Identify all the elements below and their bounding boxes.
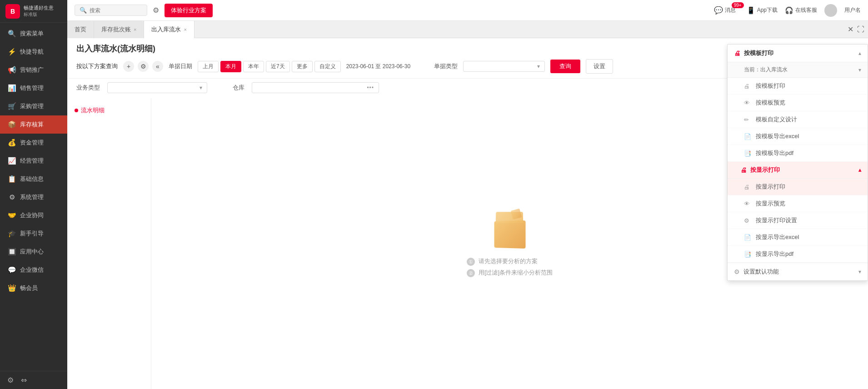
template-print-item[interactable]: 🖨 按模板打印 [728, 78, 868, 95]
tab-close-window-icon[interactable]: ✕ [848, 25, 853, 34]
filter-settings-button[interactable]: ⚙ [138, 61, 149, 72]
message-badge: 99+ [732, 2, 744, 8]
template-export-pdf-item[interactable]: 📑 按模板导出pdf [728, 145, 868, 162]
sidebar-item-finance[interactable]: 💰 资金管理 [0, 134, 67, 152]
customer-service-button[interactable]: 🎧 在线客服 [785, 6, 817, 15]
search-icon: 🔍 [80, 7, 87, 14]
sidebar-item-operations[interactable]: 📈 经营管理 [0, 152, 67, 170]
headset-icon: 🎧 [785, 6, 793, 15]
sidebar-item-system[interactable]: ⚙ 系统管理 [0, 188, 67, 206]
pdf-dp-icon: 📑 [744, 251, 751, 258]
printer-icon: 🖨 [734, 50, 740, 57]
quick-filter-flow-detail[interactable]: 流水明细 [67, 103, 151, 118]
template-custom-label: 模板自定义设计 [756, 115, 797, 124]
settings-button[interactable]: 设置 [586, 59, 613, 74]
sidebar-item-label: 快捷导航 [20, 48, 60, 56]
template-custom-item[interactable]: ✏ 模板自定义设计 [728, 111, 868, 128]
empty-state: ① 请先选择要分析的方案 ② 用[过滤]条件来缩小分析范围 [467, 207, 553, 280]
display-preview-item[interactable]: 👁 按显示预览 [728, 195, 868, 212]
doc-type-select[interactable] [463, 61, 545, 72]
sidebar-item-label: 资金管理 [20, 139, 60, 147]
tab-flow-close[interactable]: × [184, 27, 186, 32]
date-custom-button[interactable]: 自定义 [314, 61, 341, 72]
set-default-function-button[interactable]: ⚙ 设置默认功能 [728, 263, 868, 280]
excel-icon: 📄 [744, 133, 751, 140]
date-range-display: 2023-06-01 至 2023-06-30 [346, 63, 410, 70]
topbar-search-box[interactable]: 🔍 [75, 5, 147, 16]
filter-add-button[interactable]: + [123, 61, 134, 72]
template-preview-item[interactable]: 👁 按模板预览 [728, 95, 868, 111]
date-prev-month-button[interactable]: 上月 [198, 61, 219, 72]
printer-dp-icon: 🖨 [744, 184, 751, 190]
tab-batch-ledger-close[interactable]: × [134, 27, 136, 32]
template-print-header-left: 🖨 按模板打印 [734, 49, 773, 57]
sidebar-item-label: 搜索菜单 [20, 30, 60, 38]
sidebar-item-member[interactable]: 👑 畅会员 [0, 279, 67, 297]
sidebar-item-guide[interactable]: 🎓 新手引导 [0, 224, 67, 243]
date-filter-buttons: 上月 本月 本年 近7天 更多 自定义 [198, 61, 341, 72]
biz-type-select[interactable] [107, 82, 207, 93]
sidebar-bottom: ⚙ ⇔ [0, 371, 67, 389]
display-print-settings-item[interactable]: ⚙ 按显示打印设置 [728, 212, 868, 229]
sidebar-item-sales[interactable]: 📊 销售管理 [0, 79, 67, 97]
sidebar-item-app-center[interactable]: 🔲 应用中心 [0, 243, 67, 261]
display-export-pdf-label: 按显示导出pdf [756, 250, 793, 258]
template-export-excel-item[interactable]: 📄 按模板导出excel [728, 128, 868, 145]
sidebar-item-quick-nav[interactable]: ⚡ 快捷导航 [0, 43, 67, 61]
search-input[interactable] [90, 7, 135, 14]
tabs-bar: 首页 库存批次账 × 出入库流水 × ✕ ⛶ [67, 21, 868, 38]
message-button[interactable]: 💬 消息 99+ [710, 6, 739, 15]
tab-batch-ledger[interactable]: 库存批次账 × [94, 21, 144, 38]
date-label: 单据日期 [169, 62, 192, 70]
warehouse-select[interactable]: ••• [252, 82, 379, 93]
sidebar-item-collab[interactable]: 🤝 企业协同 [0, 206, 67, 224]
sidebar-settings-icon[interactable]: ⚙ [7, 376, 14, 384]
step-2-text: 用[过滤]条件来缩小分析范围 [479, 269, 553, 277]
tab-maximize-icon[interactable]: ⛶ [857, 25, 864, 34]
user-avatar[interactable] [824, 4, 837, 17]
display-print-settings-label: 按显示打印设置 [756, 216, 797, 224]
display-print-section-header[interactable]: 🖨 按显示打印 [728, 162, 868, 179]
query-button[interactable]: 查询 [550, 60, 580, 73]
display-print-header-label: 按显示打印 [750, 166, 780, 174]
template-print-header[interactable]: 🖨 按模板打印 [728, 45, 868, 62]
date-7days-button[interactable]: 近7天 [266, 61, 290, 72]
filter-collapse-button[interactable]: « [152, 61, 163, 72]
mobile-icon: 📱 [747, 6, 755, 15]
tab-home[interactable]: 首页 [67, 21, 94, 38]
tab-flow[interactable]: 出入库流水 × [144, 21, 194, 38]
industry-solution-button[interactable]: 体验行业方案 [165, 4, 213, 17]
app-download-button[interactable]: 📱 App下载 [747, 6, 778, 15]
active-dot [75, 109, 78, 112]
search-icon: 🔍 [7, 30, 16, 38]
settings-icon[interactable]: ⚙ [153, 6, 159, 15]
print-dropdown-panel: 🖨 按模板打印 当前：出入库流水 🖨 按模板打印 👁 按模板预览 ✏ 模板自定义… [727, 44, 868, 281]
date-current-year-button[interactable]: 本年 [243, 61, 264, 72]
more-icon: ••• [367, 85, 374, 91]
template-print-toggle-icon [858, 50, 861, 56]
date-more-button[interactable]: 更多 [292, 61, 313, 72]
date-current-month-button[interactable]: 本月 [220, 61, 241, 72]
sidebar-item-marketing[interactable]: 📢 营销推广 [0, 61, 67, 79]
apps-icon: 🔲 [7, 248, 16, 256]
tab-flow-label: 出入库流水 [151, 25, 181, 34]
sidebar-item-label: 企业协同 [20, 211, 60, 219]
display-export-excel-item[interactable]: 📄 按显示导出excel [728, 229, 868, 246]
sidebar-item-label: 经营管理 [20, 157, 60, 165]
settings-dp-icon: ⚙ [744, 217, 751, 224]
sidebar-item-inventory[interactable]: 📦 库存核算 [0, 115, 67, 134]
printer-active-icon: 🖨 [740, 166, 747, 174]
display-print-item[interactable]: 🖨 按显示打印 [728, 179, 868, 195]
sidebar-item-purchase[interactable]: 🛒 采购管理 [0, 97, 67, 115]
sidebar-item-label: 应用中心 [20, 248, 60, 256]
sidebar-item-wechat[interactable]: 💬 企业微信 [0, 261, 67, 279]
eye-icon: 👁 [744, 100, 751, 106]
quick-filter-label: 流水明细 [81, 106, 105, 115]
quick-filter-panel: 流水明细 [67, 98, 151, 389]
app-version: 标准版 [24, 11, 54, 18]
sidebar-item-basic[interactable]: 📋 基础信息 [0, 170, 67, 188]
sidebar-item-search[interactable]: 🔍 搜索菜单 [0, 25, 67, 43]
sidebar-collapse-icon[interactable]: ⇔ [21, 376, 27, 384]
handshake-icon: 🤝 [7, 211, 16, 219]
display-export-pdf-item[interactable]: 📑 按显示导出pdf [728, 246, 868, 263]
